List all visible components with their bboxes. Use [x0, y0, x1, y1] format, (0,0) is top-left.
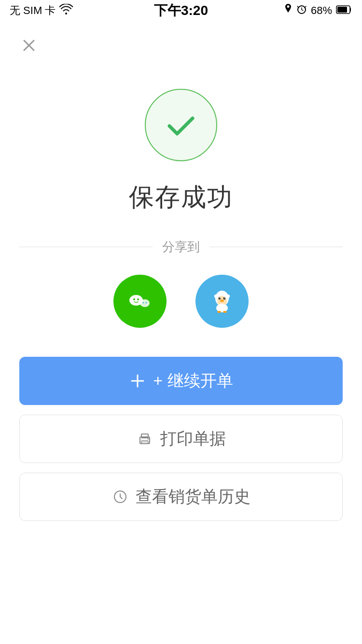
share-divider: 分享到 — [19, 238, 343, 255]
continue-order-label: + 继续开单 — [153, 370, 233, 392]
svg-point-17 — [224, 297, 225, 298]
svg-point-7 — [140, 299, 150, 307]
status-right: 68% — [284, 4, 352, 17]
svg-point-20 — [217, 311, 221, 313]
print-button[interactable]: 打印单据 — [19, 415, 343, 463]
svg-rect-3 — [337, 7, 347, 13]
svg-point-21 — [223, 311, 227, 313]
svg-point-11 — [146, 302, 147, 304]
svg-point-9 — [137, 298, 139, 300]
wechat-share-button[interactable] — [113, 275, 167, 328]
svg-point-18 — [220, 300, 224, 302]
wifi-icon — [59, 4, 73, 17]
share-section: 分享到 — [19, 238, 343, 328]
history-button[interactable]: 查看销货单历史 — [19, 473, 343, 521]
battery-icon — [336, 4, 352, 17]
share-label: 分享到 — [162, 238, 200, 255]
battery-percent: 68% — [311, 4, 332, 17]
svg-point-8 — [133, 298, 135, 300]
print-label: 打印单据 — [160, 428, 226, 450]
qq-share-button[interactable] — [195, 275, 249, 328]
continue-order-button[interactable]: + 继续开单 — [19, 357, 343, 405]
svg-point-19 — [216, 304, 228, 312]
svg-point-14 — [219, 297, 221, 300]
status-time: 下午3:20 — [154, 1, 208, 20]
no-sim-label: 无 SIM 卡 — [10, 3, 56, 18]
svg-point-15 — [223, 297, 226, 300]
svg-point-10 — [143, 302, 144, 304]
main-content: 保存成功 分享到 — [0, 70, 362, 644]
history-label: 查看销货单历史 — [136, 486, 251, 508]
success-icon-circle — [145, 89, 217, 161]
status-bar: 无 SIM 卡 下午3:20 — [0, 0, 362, 21]
status-left: 无 SIM 卡 — [10, 3, 73, 18]
success-title: 保存成功 — [129, 181, 233, 214]
action-buttons: + 继续开单 打印单据 查看销货单历史 — [19, 357, 343, 521]
close-button[interactable] — [14, 31, 43, 60]
alarm-icon — [296, 4, 307, 17]
svg-point-29 — [148, 438, 149, 440]
location-icon — [284, 4, 292, 17]
share-icons — [19, 275, 343, 328]
svg-point-0 — [287, 5, 289, 8]
svg-rect-28 — [141, 441, 148, 444]
svg-point-16 — [220, 297, 221, 298]
